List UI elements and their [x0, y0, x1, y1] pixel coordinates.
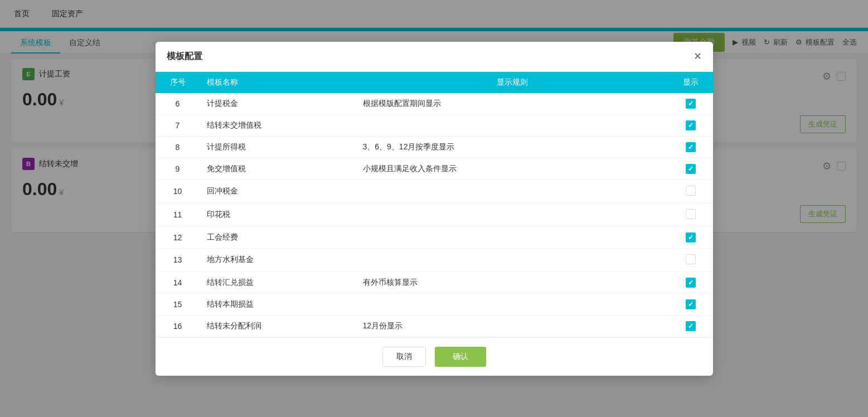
cell-name-10: 结转未分配利润: [200, 315, 356, 337]
cell-name-5: 印花税: [200, 203, 356, 226]
cell-index-9: 15: [156, 293, 200, 315]
cell-checkbox-8[interactable]: [668, 271, 713, 293]
cell-rule-2: 3、6、9、12月按季度显示: [356, 136, 668, 158]
cell-index-0: 6: [156, 93, 200, 115]
table-row: 16结转未分配利润12月份显示: [156, 315, 713, 337]
cell-name-8: 结转汇兑损益: [200, 271, 356, 293]
cell-name-0: 计提税金: [200, 93, 356, 115]
cell-index-6: 12: [156, 226, 200, 248]
checkbox-8[interactable]: [686, 278, 696, 288]
cell-rule-4: [356, 180, 668, 203]
cell-checkbox-3[interactable]: [668, 158, 713, 180]
modal-title: 模板配置: [167, 51, 202, 62]
cell-checkbox-7[interactable]: [668, 248, 713, 271]
confirm-button[interactable]: 确认: [435, 347, 486, 367]
table-row: 6计提税金根据模版配置期间显示: [156, 93, 713, 115]
table-row: 13地方水利基金: [156, 248, 713, 271]
cell-name-7: 地方水利基金: [200, 248, 356, 271]
cell-checkbox-0[interactable]: [668, 93, 713, 115]
cell-rule-8: 有外币核算显示: [356, 271, 668, 293]
checkbox-3[interactable]: [686, 164, 696, 174]
modal-overlay: 模板配置 ✕ 序号 模板名称 显示规则 显示 6计提税金根据模版配置期间显示7结…: [0, 0, 868, 417]
table-scroll-container[interactable]: 序号 模板名称 显示规则 显示 6计提税金根据模版配置期间显示7结转未交增值税8…: [156, 72, 713, 337]
table-row: 15结转本期损益: [156, 293, 713, 315]
cell-rule-6: [356, 226, 668, 248]
config-table: 序号 模板名称 显示规则 显示 6计提税金根据模版配置期间显示7结转未交增值税8…: [156, 72, 713, 337]
cell-rule-10: 12月份显示: [356, 315, 668, 337]
checkbox-5[interactable]: [686, 209, 696, 219]
cell-checkbox-9[interactable]: [668, 293, 713, 315]
cell-name-6: 工会经费: [200, 226, 356, 248]
cell-name-1: 结转未交增值税: [200, 114, 356, 136]
cell-index-7: 13: [156, 248, 200, 271]
cell-checkbox-10[interactable]: [668, 315, 713, 337]
cell-rule-5: [356, 203, 668, 226]
modal-close-button[interactable]: ✕: [694, 51, 702, 61]
cell-index-1: 7: [156, 114, 200, 136]
cell-index-3: 9: [156, 158, 200, 180]
cell-checkbox-6[interactable]: [668, 226, 713, 248]
cell-name-4: 回冲税金: [200, 180, 356, 203]
checkbox-10[interactable]: [686, 321, 696, 331]
cell-index-10: 16: [156, 315, 200, 337]
table-row: 11印花税: [156, 203, 713, 226]
table-row: 7结转未交增值税: [156, 114, 713, 136]
cell-rule-7: [356, 248, 668, 271]
cell-rule-1: [356, 114, 668, 136]
cell-checkbox-4[interactable]: [668, 180, 713, 203]
cell-index-8: 14: [156, 271, 200, 293]
cell-checkbox-5[interactable]: [668, 203, 713, 226]
checkbox-7[interactable]: [686, 254, 696, 264]
col-header-show: 显示: [668, 72, 713, 93]
checkbox-1[interactable]: [686, 120, 696, 130]
cell-rule-9: [356, 293, 668, 315]
col-header-rule: 显示规则: [356, 72, 668, 93]
cell-checkbox-1[interactable]: [668, 114, 713, 136]
table-row: 14结转汇兑损益有外币核算显示: [156, 271, 713, 293]
checkbox-6[interactable]: [686, 232, 696, 243]
checkbox-0[interactable]: [686, 99, 696, 109]
cell-name-3: 免交增值税: [200, 158, 356, 180]
table-row: 8计提所得税3、6、9、12月按季度显示: [156, 136, 713, 158]
cell-checkbox-2[interactable]: [668, 136, 713, 158]
modal-footer: 取消 确认: [156, 337, 713, 376]
checkbox-2[interactable]: [686, 142, 696, 152]
cell-index-4: 10: [156, 180, 200, 203]
cell-name-2: 计提所得税: [200, 136, 356, 158]
cell-index-2: 8: [156, 136, 200, 158]
col-header-index: 序号: [156, 72, 200, 93]
cell-rule-0: 根据模版配置期间显示: [356, 93, 668, 115]
table-row: 9免交增值税小规模且满足收入条件显示: [156, 158, 713, 180]
cancel-button[interactable]: 取消: [382, 347, 426, 367]
table-row: 10回冲税金: [156, 180, 713, 203]
checkbox-4[interactable]: [686, 186, 696, 196]
table-row: 12工会经费: [156, 226, 713, 248]
modal-header: 模板配置 ✕: [156, 42, 713, 72]
col-header-name: 模板名称: [200, 72, 356, 93]
template-config-modal: 模板配置 ✕ 序号 模板名称 显示规则 显示 6计提税金根据模版配置期间显示7结…: [156, 42, 713, 376]
cell-rule-3: 小规模且满足收入条件显示: [356, 158, 668, 180]
modal-body: 序号 模板名称 显示规则 显示 6计提税金根据模版配置期间显示7结转未交增值税8…: [156, 72, 713, 337]
table-header: 序号 模板名称 显示规则 显示: [156, 72, 713, 93]
table-body: 6计提税金根据模版配置期间显示7结转未交增值税8计提所得税3、6、9、12月按季…: [156, 93, 713, 337]
cell-index-5: 11: [156, 203, 200, 226]
checkbox-9[interactable]: [686, 299, 696, 309]
cell-name-9: 结转本期损益: [200, 293, 356, 315]
